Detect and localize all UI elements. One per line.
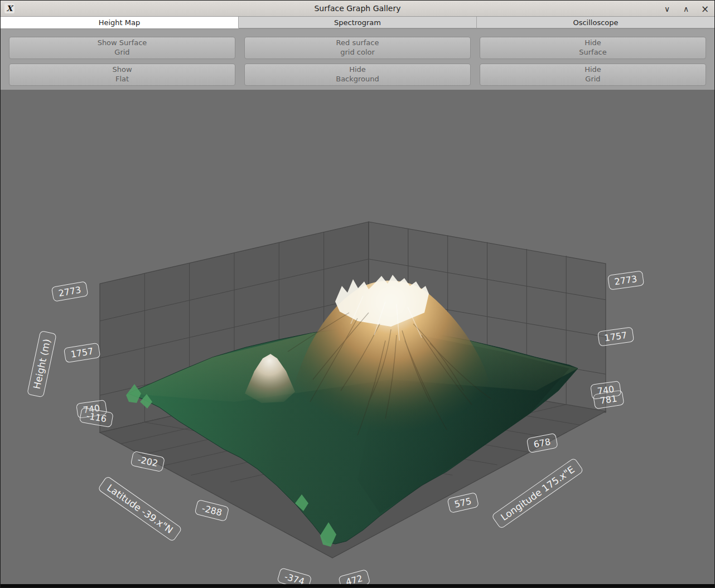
surface-plot-viewport[interactable]: 2773 1757 740 Height (m) -116 -202 -288 … [1, 90, 714, 584]
red-surface-grid-color-button[interactable]: Red surface grid color [244, 37, 471, 59]
unshade-window-icon[interactable]: ∧ [681, 4, 691, 14]
button-label: Red surface [336, 38, 379, 48]
hide-surface-button[interactable]: Hide Surface [480, 37, 706, 59]
control-panel: Show Surface Grid Red surface grid color… [1, 29, 714, 90]
button-label: Background [336, 75, 379, 84]
button-label: Flat [115, 75, 129, 84]
button-label: Grid [114, 48, 129, 57]
window-controls: ∨ ∧ × [662, 1, 710, 17]
tab-oscilloscope[interactable]: Oscilloscope [477, 17, 714, 28]
button-grid: Show Surface Grid Red surface grid color… [9, 37, 706, 86]
close-icon[interactable]: × [700, 4, 710, 14]
app-window: X Surface Graph Gallery ∨ ∧ × Height Map… [0, 0, 715, 588]
button-label: Grid [585, 75, 600, 84]
button-label: Hide [584, 65, 601, 75]
button-label: Show [112, 65, 132, 75]
button-label: Surface [579, 48, 607, 57]
window-bottom-edge [1, 584, 714, 588]
tab-spectrogram[interactable]: Spectrogram [239, 17, 477, 28]
button-label: Hide [349, 65, 366, 75]
button-label: Hide [584, 38, 601, 48]
tab-bar: Height Map Spectrogram Oscilloscope [1, 17, 714, 29]
shade-window-icon[interactable]: ∨ [662, 4, 672, 14]
show-flat-button[interactable]: Show Flat [9, 64, 235, 86]
tab-height-map[interactable]: Height Map [1, 17, 239, 28]
hide-grid-button[interactable]: Hide Grid [480, 64, 706, 86]
button-label: Show Surface [98, 38, 147, 48]
show-surface-grid-button[interactable]: Show Surface Grid [9, 37, 235, 59]
hide-background-button[interactable]: Hide Background [244, 64, 471, 86]
button-label: grid color [340, 48, 375, 57]
title-bar[interactable]: X Surface Graph Gallery ∨ ∧ × [1, 1, 714, 17]
window-title: Surface Graph Gallery [1, 4, 714, 13]
